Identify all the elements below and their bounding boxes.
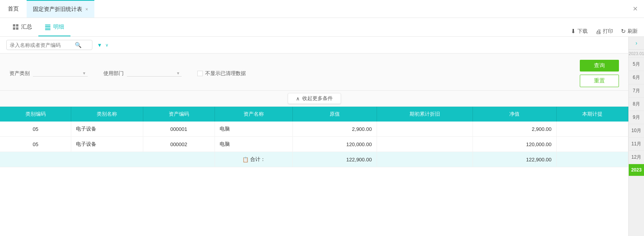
no-cleared-checkbox[interactable] [197, 71, 203, 76]
tab-summary-label: 汇总 [21, 23, 32, 30]
asset-category-chevron: ▼ [82, 71, 86, 75]
collapse-btn[interactable]: ∧ 收起更多条件 [288, 93, 341, 104]
summary-current-depreciation [556, 152, 628, 167]
search-bar: 🔍 ▼ ∨ [0, 37, 628, 54]
refresh-btn[interactable]: ↻ 刷新 [621, 28, 638, 35]
no-cleared-checkbox-item[interactable]: 不显示已清理数据 [197, 70, 246, 77]
toolbar-tabs: 汇总 明细 ⬇ 下载 🖨 打印 ↻ 刷新 [0, 18, 644, 37]
cell-asset-name: 电脑 [215, 137, 293, 152]
refresh-label: 刷新 [628, 28, 638, 35]
cell-accumulated-depreciation [377, 137, 473, 152]
th-category-name: 类别名称 [71, 107, 143, 122]
cell-accumulated-depreciation [377, 122, 473, 137]
summary-row: 📋 合计： 122,900.00 122,900.00 [0, 152, 628, 167]
chevron-down-icon: ∨ [105, 43, 108, 48]
cell-asset-code: 000002 [143, 137, 215, 152]
cell-category-code: 05 [0, 137, 71, 152]
download-icon: ⬇ [571, 28, 576, 35]
tab-detail[interactable]: 明细 [38, 18, 70, 36]
month-item[interactable]: 10月 [629, 124, 644, 138]
content-area: 🔍 ▼ ∨ 资产类别 ▼ 使用部门 [0, 37, 628, 236]
filter-icon: ▼ [97, 42, 102, 48]
date-display: 2023.01 [628, 50, 644, 58]
svg-rect-6 [45, 28, 51, 29]
collapse-up-icon: ∧ [296, 96, 300, 102]
th-category-code: 类别编码 [0, 107, 71, 122]
cell-asset-name: 电脑 [215, 122, 293, 137]
tab-close-btn[interactable]: × [85, 7, 88, 12]
asset-category-select[interactable]: ▼ [33, 70, 88, 77]
refresh-icon: ↻ [621, 28, 626, 35]
download-btn[interactable]: ⬇ 下载 [571, 28, 588, 35]
month-item[interactable]: 7月 [629, 84, 644, 98]
search-input[interactable] [10, 42, 72, 48]
reset-button[interactable]: 重置 [580, 75, 619, 87]
query-button[interactable]: 查询 [580, 60, 619, 72]
cell-category-code: 05 [0, 122, 71, 137]
svg-rect-7 [45, 29, 51, 30]
window-close-btn[interactable]: ✕ [633, 5, 644, 13]
cell-asset-code: 000001 [143, 122, 215, 137]
filter-asset-category: 资产类别 ▼ [9, 70, 88, 77]
svg-rect-1 [16, 24, 18, 27]
print-btn[interactable]: 🖨 打印 [595, 28, 613, 35]
month-item[interactable]: 11月 [629, 138, 644, 151]
svg-rect-2 [13, 27, 15, 30]
right-sidebar: › 2023.01 5月6月7月8月9月10月11月12月2023 [628, 37, 644, 236]
filter-panel: 资产类别 ▼ 使用部门 ▼ 不显示已清理数据 [0, 54, 628, 91]
svg-rect-3 [16, 27, 18, 30]
th-current-depreciation: 本期计提 [556, 107, 628, 122]
cell-category-name: 电子设备 [71, 122, 143, 137]
search-icon: 🔍 [75, 42, 81, 48]
year-badge[interactable]: 2023 [629, 164, 644, 176]
th-net-value: 净值 [473, 107, 556, 122]
top-nav: 首页 固定资产折旧统计表 × ✕ [0, 0, 644, 18]
th-original-value: 原值 [293, 107, 377, 122]
th-asset-name: 资产名称 [215, 107, 293, 122]
svg-rect-0 [13, 24, 15, 27]
use-department-select[interactable]: ▼ [127, 70, 182, 77]
asset-category-label: 资产类别 [9, 70, 30, 77]
summary-label-cell [0, 152, 215, 167]
no-cleared-label: 不显示已清理数据 [205, 70, 246, 77]
more-conditions-btn[interactable]: ▼ ∨ [97, 42, 108, 48]
sidebar-expand-btn[interactable]: › [629, 37, 644, 50]
nav-tab-active[interactable]: 固定资产折旧统计表 × [27, 0, 94, 18]
cell-category-name: 电子设备 [71, 137, 143, 152]
cell-original-value: 2,900.00 [293, 122, 377, 137]
summary-label-text: 📋 合计： [215, 152, 293, 167]
table-header-row: 类别编码 类别名称 资产编码 资产名称 原值 期初累计折旧 净值 本期计提 [0, 107, 628, 122]
collapse-row: ∧ 收起更多条件 [0, 91, 628, 107]
summary-icon: 📋 [242, 157, 249, 163]
svg-rect-4 [45, 25, 51, 25]
print-label: 打印 [603, 28, 613, 35]
month-item[interactable]: 6月 [629, 71, 644, 84]
chevron-right-icon: › [635, 40, 637, 46]
tab-detail-label: 明细 [53, 23, 64, 30]
month-item[interactable]: 8月 [629, 98, 644, 111]
summary-accumulated [377, 152, 473, 167]
cell-net-value: 2,900.00 [473, 122, 556, 137]
summary-icon [13, 24, 19, 30]
data-table: 类别编码 类别名称 资产编码 资产名称 原值 期初累计折旧 净值 本期计提 05… [0, 107, 628, 167]
summary-original-value: 122,900.00 [293, 152, 377, 167]
cell-original-value: 120,000.00 [293, 137, 377, 152]
main-area: 🔍 ▼ ∨ 资产类别 ▼ 使用部门 [0, 37, 644, 236]
nav-home[interactable]: 首页 [0, 0, 27, 18]
summary-net-value: 122,900.00 [473, 152, 556, 167]
th-accumulated-depreciation: 期初累计折旧 [377, 107, 473, 122]
tab-summary[interactable]: 汇总 [6, 18, 38, 36]
table-wrap: 类别编码 类别名称 资产编码 资产名称 原值 期初累计折旧 净值 本期计提 05… [0, 107, 628, 236]
month-item[interactable]: 9月 [629, 111, 644, 124]
svg-rect-5 [45, 26, 51, 27]
search-input-wrap[interactable]: 🔍 [6, 40, 92, 50]
download-label: 下载 [577, 28, 588, 35]
cell-current-depreciation [556, 137, 628, 152]
table-row: 05 电子设备 000001 电脑 2,900.00 2,900.00 [0, 122, 628, 137]
cell-current-depreciation [556, 122, 628, 137]
table-row: 05 电子设备 000002 电脑 120,000.00 120,000.00 [0, 137, 628, 152]
month-item[interactable]: 12月 [629, 151, 644, 164]
summary-text: 合计： [250, 156, 265, 163]
use-department-label: 使用部门 [103, 70, 124, 77]
month-item[interactable]: 5月 [629, 58, 644, 71]
